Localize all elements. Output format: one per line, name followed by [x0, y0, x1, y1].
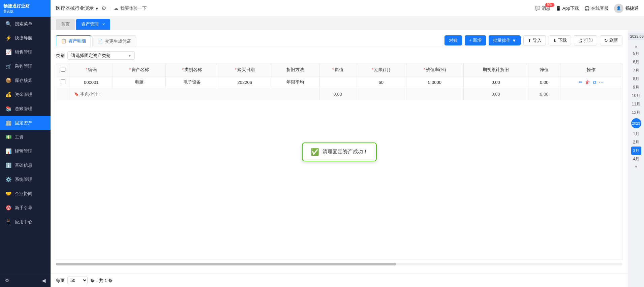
cell-name-0: 电脑 [113, 76, 165, 88]
panel-scroll-down[interactable]: ▼ [628, 163, 644, 170]
sidebar-item-采购管理[interactable]: 🛒采购管理 [0, 59, 51, 73]
company-selector[interactable]: 医疗器械行业演示 ▾ [56, 5, 98, 11]
sidebar-item-库存核算[interactable]: 📦库存核算 [0, 73, 51, 88]
sidebar-logo: 畅捷通好业财 普及版 [0, 0, 51, 17]
tab-close-icon[interactable]: ✕ [102, 22, 105, 26]
panel-month-6月[interactable]: 6月 [631, 58, 641, 66]
sub-tabs: 📋 资产明细 📄 变更生成凭证 对账 + 新增 [56, 35, 622, 47]
horizontal-scrollbar[interactable] [56, 260, 622, 268]
panel-month-10月[interactable]: 10月 [631, 92, 641, 100]
panel-month-2月[interactable]: 2月 [631, 138, 641, 147]
download-button[interactable]: ⬇ 下载 [549, 35, 571, 45]
sidebar-item-销售管理[interactable]: 📈销售管理 [0, 45, 51, 59]
sidebar-item-搜索菜单[interactable]: 🔍搜索菜单 [0, 17, 51, 31]
sub-tab-asset-detail[interactable]: 📋 资产明细 [56, 35, 91, 47]
panel-month-9月[interactable]: 9月 [631, 83, 641, 92]
sidebar-icon-4: 📦 [5, 77, 11, 84]
refresh-button[interactable]: ↻ 刷新 [600, 35, 622, 45]
sidebar-item-总账管理[interactable]: 📚总账管理 [0, 102, 51, 116]
subtotal-label: 🔖本页小计： [70, 88, 319, 100]
main-area: 医疗器械行业演示 ▾ ⚙ | ☁ 我要体验一下 💬 消息 99+ 📱 App下载… [51, 0, 644, 287]
tab-home-label: 首页 [61, 22, 70, 27]
batch-button[interactable]: 批量操作 ▼ [489, 35, 521, 45]
sidebar-item-固定资产[interactable]: 🏢固定资产 [0, 116, 51, 130]
sidebar-icon-12: 🤝 [5, 191, 11, 197]
batch-arrow: ▼ [512, 38, 516, 43]
sidebar-icon-6: 📚 [5, 106, 11, 112]
download-label: 下载 [558, 37, 567, 43]
sidebar-label-13: 新手引导 [15, 205, 32, 211]
panel-month-4月[interactable]: 4月 [631, 155, 641, 163]
settings-icon[interactable]: ⚙ [5, 278, 9, 284]
reconcile-label: 对账 [449, 37, 458, 43]
sub-tab-change-voucher[interactable]: 📄 变更生成凭证 [92, 35, 136, 47]
print-button[interactable]: 🖨 打印 [574, 35, 597, 45]
panel-month-8月[interactable]: 8月 [631, 75, 641, 83]
sidebar-icon-9: 📊 [5, 148, 11, 154]
per-page-label: 每页 [56, 278, 65, 284]
tab-asset-management[interactable]: 资产管理 ✕ [76, 19, 110, 30]
add-button[interactable]: + 新增 [465, 35, 486, 45]
sidebar-item-企业协同[interactable]: 🤝企业协同 [0, 187, 51, 201]
panel-year-2023[interactable]: 2023 [631, 118, 641, 128]
sidebar-item-快捷导航[interactable]: ⚡快捷导航 [0, 31, 51, 45]
app-download-button[interactable]: 📱 App下载 [556, 5, 579, 11]
sidebar-icon-14: 📱 [5, 219, 11, 225]
panel-month-5月[interactable]: 5月 [631, 50, 641, 58]
panel-month-1月[interactable]: 1月 [631, 130, 641, 138]
trial-button[interactable]: ☁ 我要体验一下 [114, 5, 147, 11]
sidebar-item-资金管理[interactable]: 💰资金管理 [0, 88, 51, 102]
cell-residual-rate-0: 5.0000 [406, 76, 463, 88]
delete-btn-0[interactable]: 🗑 [585, 79, 590, 85]
th-actions: 操作 [560, 63, 622, 76]
asset-detail-icon: 📋 [61, 38, 66, 43]
user-menu[interactable]: 👤 畅捷通 [614, 4, 639, 13]
category-select[interactable]: 请选择固定资产类别 [67, 51, 135, 60]
sidebar-icon-8: 💵 [5, 134, 11, 140]
asset-table-wrapper: *编码 *资产名称 *类别名称 *购买日期 折旧方法 *原值 *期限(月) *残… [56, 63, 622, 260]
scroll-thumb[interactable] [56, 263, 396, 265]
sidebar-icon-10: ℹ️ [5, 162, 11, 168]
panel-month-3月[interactable]: 3月 [631, 147, 641, 155]
toast-icon: ✅ [311, 148, 319, 156]
copy-btn-0[interactable]: ⧉ [593, 79, 596, 85]
th-residual-rate: *残值率(%) [406, 63, 463, 76]
sidebar-item-基础信息[interactable]: ℹ️基础信息 [0, 158, 51, 172]
panel-scroll-up[interactable]: ▲ [628, 43, 644, 50]
table-row: 000001 电脑 电子设备 202206 年限平均 60 5.0000 0.0… [56, 76, 622, 88]
change-voucher-label: 变更生成凭证 [105, 38, 131, 44]
online-service-button[interactable]: 🎧 在线客服 [584, 5, 609, 11]
sidebar-item-新手引导[interactable]: 🎯新手引导 [0, 201, 51, 215]
tab-home[interactable]: 首页 [56, 19, 75, 30]
export-button[interactable]: ⬆ 导入 [523, 35, 546, 45]
collapse-icon[interactable]: ◀ [42, 278, 46, 284]
th-category: *类别名称 [165, 63, 218, 76]
logo-sub: 普及版 [3, 9, 30, 14]
right-panel-header: 2023.03 ✕ ⤢ [628, 33, 644, 40]
per-page-select[interactable]: 50 100 200 [67, 277, 88, 284]
subtotal-accumulated: 0.00 [463, 88, 528, 100]
sidebar-label-0: 搜索菜单 [15, 21, 32, 27]
cell-depreciation-method-0: 年限平均 [271, 76, 320, 88]
settings-gear-icon[interactable]: ⚙ [101, 5, 106, 11]
select-all-checkbox[interactable] [61, 67, 65, 72]
total-count: 条，共 1 条 [90, 278, 113, 284]
sidebar-item-工资[interactable]: 💵工资 [0, 130, 51, 144]
th-accumulated-depreciation: 期初累计折旧 [463, 63, 528, 76]
more-btn-0[interactable]: ⋯ [599, 79, 604, 85]
header-right: 💬 消息 99+ 📱 App下载 🎧 在线客服 👤 畅捷通 [535, 4, 639, 13]
panel-month-12月[interactable]: 12月 [631, 108, 641, 117]
row-checkbox-0[interactable] [61, 79, 65, 84]
category-label: 类别 [56, 53, 65, 59]
sidebar-item-应用中心[interactable]: 📱应用中心 [0, 215, 51, 229]
sidebar-label-8: 工资 [15, 134, 24, 140]
edit-btn-0[interactable]: ✏ [579, 79, 583, 85]
sidebar-item-系统管理[interactable]: ⚙️系统管理 [0, 172, 51, 187]
messages-button[interactable]: 💬 消息 99+ [535, 5, 550, 11]
panel-month-7月[interactable]: 7月 [631, 66, 641, 75]
tab-asset-label: 资产管理 [81, 22, 99, 27]
sidebar-icon-7: 🏢 [5, 120, 11, 126]
panel-month-11月[interactable]: 11月 [631, 100, 641, 108]
sidebar-item-经营管理[interactable]: 📊经营管理 [0, 144, 51, 158]
reconcile-button[interactable]: 对账 [444, 35, 462, 45]
